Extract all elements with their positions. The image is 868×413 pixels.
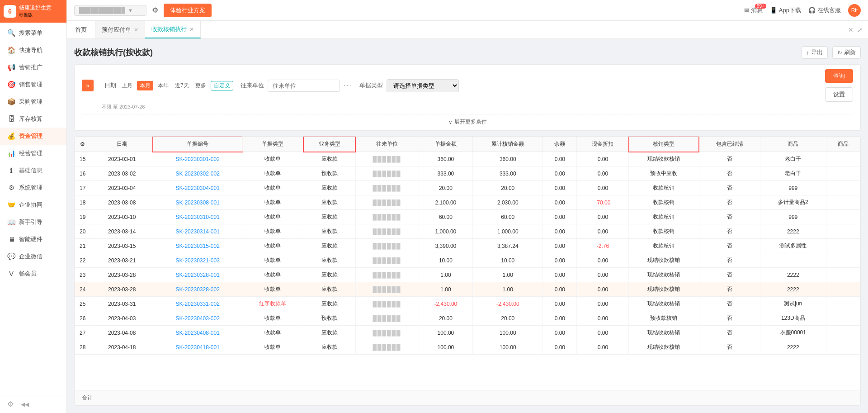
tab-prepay[interactable]: 预付应付单 ✕ [95,21,145,38]
settings-icon[interactable]: ⚙ [7,400,14,408]
filter-settings-button[interactable]: 设置 [825,87,853,102]
collapse-icon[interactable]: ◀◀ [21,401,29,408]
filter-expand-button[interactable]: » [82,80,94,91]
service-label: 在线客服 [817,6,841,14]
tab-collection[interactable]: 收款核销执行 ✕ [145,21,201,38]
sidebar-item-label: 营销推广 [19,63,42,71]
headset-icon: 🎧 [808,7,816,14]
sales-icon: 🎯 [7,81,15,89]
cell-goods2 [826,210,860,224]
date-btn-7days[interactable]: 近7天 [173,81,191,90]
sidebar-item-quick[interactable]: 🏠 快捷导航 [0,42,66,59]
th-cancel-type[interactable]: 核销类型 [629,137,699,152]
cell-bill-no[interactable]: SK-20230321-003 [153,253,242,268]
partner-dots-icon[interactable]: ··· [344,81,352,90]
th-amount[interactable]: 单据金额 [419,137,473,152]
date-btn-this-month[interactable]: 本月 [137,81,153,90]
table-scroll-area[interactable]: ⚙ 日期 单据编号 单据类型 业务类型 往来单位 单据金额 累计核销金额 余额 … [75,137,860,390]
sidebar-item-purchase[interactable]: 📦 采购管理 [0,93,66,110]
th-goods[interactable]: 商品 [760,137,826,152]
cell-cash-discount: 0.00 [577,253,629,268]
date-custom-button[interactable]: 自定义 [211,81,233,90]
cell-cash-discount: 0.00 [577,181,629,195]
sidebar-item-operation[interactable]: 📊 经营管理 [0,145,66,162]
close-tab-icon[interactable]: ✕ [848,26,854,33]
cell-goods: 999 [760,210,826,224]
cell-bill-no[interactable]: SK-20230308-001 [153,195,242,210]
sidebar-item-inventory[interactable]: 🗄 库存核算 [0,110,66,128]
sidebar-item-label: 资金管理 [19,132,42,140]
cell-include-settled: 否 [699,224,760,239]
th-bill-no[interactable]: 单据编号 [153,137,242,152]
workspace-selector[interactable]: ████████████ ▼ [74,5,146,16]
sidebar-item-guide[interactable]: 📖 新手引导 [0,214,66,231]
user-avatar[interactable]: Rit [848,4,861,17]
sidebar-item-sales[interactable]: 🎯 销售管理 [0,76,66,93]
cell-bill-type: 红字收款单 [242,297,303,311]
partner-input[interactable] [268,80,340,92]
voucher-type-select[interactable]: 请选择单据类型 [387,79,459,92]
th-date[interactable]: 日期 [91,137,153,152]
cell-bill-no[interactable]: SK-20230328-002 [153,282,242,297]
cell-date: 2023-04-08 [91,326,153,340]
sidebar-item-collab[interactable]: 🤝 企业协同 [0,196,66,214]
cell-goods2 [826,311,860,326]
workspace-name: ████████████ [79,7,125,14]
th-balance[interactable]: 余额 [543,137,577,152]
sidebar-item-member[interactable]: V 畅会员 [0,265,66,282]
solution-button[interactable]: 体验行业方案 [164,4,212,17]
cell-bill-no[interactable]: SK-20230315-002 [153,239,242,253]
sidebar-item-search[interactable]: 🔍 搜索菜单 [0,24,66,42]
cell-bill-no[interactable]: SK-20230301-002 [153,152,242,166]
cell-bill-no[interactable]: SK-20230304-001 [153,181,242,195]
th-biz-type[interactable]: 业务类型 [303,137,355,152]
cell-bill-no[interactable]: SK-20230310-001 [153,210,242,224]
table-row: 232023-03-28SK-20230328-001收款单应收款██████1… [75,268,860,282]
th-include-settled[interactable]: 包含已结清 [699,137,760,152]
topbar-right: ✉ 消息 99+ 📱 App下载 🎧 在线客服 Rit [744,4,861,17]
tab-close-prepay[interactable]: ✕ [134,27,138,33]
sidebar-item-basic[interactable]: ℹ 基础信息 [0,162,66,179]
sidebar-item-wechat[interactable]: 💬 企业微信 [0,248,66,265]
cell-goods: 2222 [760,224,826,239]
sidebar-item-finance[interactable]: 💰 资金管理 [0,128,66,145]
filter-row: » 日期 上月 本月 本年 近7天 更多 自定义 往来单位 ··· [82,69,853,102]
cell-bill-no[interactable]: SK-20230314-001 [153,224,242,239]
online-service-button[interactable]: 🎧 在线客服 [808,6,841,14]
cell-bill-no[interactable]: SK-20230418-001 [153,340,242,355]
gear-icon[interactable]: ⚙ [152,6,158,14]
expand-more-button[interactable]: ∨ 展开更多条件 [448,118,487,126]
date-btn-more[interactable]: 更多 [193,81,208,90]
cell-cancel-type: 现结收款核销 [629,297,699,311]
cell-bill-no[interactable]: SK-20230328-001 [153,268,242,282]
cell-bill-no[interactable]: SK-20230408-001 [153,326,242,340]
th-acc-cancel[interactable]: 累计核销金额 [473,137,543,152]
sidebar-item-hardware[interactable]: 🖥 智能硬件 [0,231,66,248]
cell-acc-cancel: 3,387.24 [473,239,543,253]
app-download-button[interactable]: 📱 App下载 [770,6,801,14]
cell-include-settled: 否 [699,282,760,297]
data-table-container: ⚙ 日期 单据编号 单据类型 业务类型 往来单位 单据金额 累计核销金额 余额 … [74,136,861,406]
query-button[interactable]: 查询 [825,69,853,83]
cell-cancel-type: 收款核销 [629,210,699,224]
sidebar-item-system[interactable]: ⚙ 系统管理 [0,179,66,196]
message-button[interactable]: ✉ 消息 99+ [744,6,763,14]
tab-close-collection[interactable]: ✕ [189,26,194,33]
date-btn-this-year[interactable]: 本年 [156,81,170,90]
tab-home[interactable]: 首页 [67,21,95,38]
export-button[interactable]: ↑ 导出 [802,46,828,59]
th-goods2[interactable]: 商品 [826,137,860,152]
cell-bill-no[interactable]: SK-20230331-002 [153,297,242,311]
cell-cash-discount: 0.00 [577,282,629,297]
th-gear[interactable]: ⚙ [75,137,91,152]
th-partner[interactable]: 往来单位 [355,137,419,152]
th-bill-type[interactable]: 单据类型 [242,137,303,152]
cell-bill-no[interactable]: SK-20230302-002 [153,166,242,181]
sidebar-item-marketing[interactable]: 📢 营销推广 [0,59,66,76]
expand-tab-icon[interactable]: ⤢ [857,26,863,33]
date-btn-last-month[interactable]: 上月 [120,81,134,90]
finance-icon: 💰 [7,132,15,140]
refresh-button[interactable]: ↻ 刷新 [832,46,861,59]
cell-bill-no[interactable]: SK-20230403-002 [153,311,242,326]
th-cash-discount[interactable]: 现金折扣 [577,137,629,152]
